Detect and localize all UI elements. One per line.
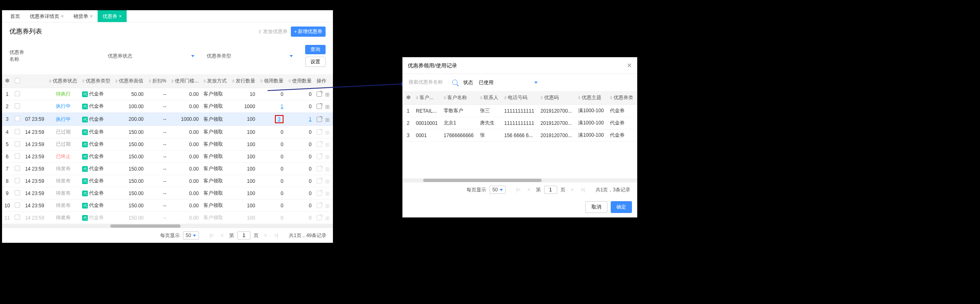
table-row[interactable]: 1014 23:59待发布代代金券150.00--0.00客户领取10000 — [2, 200, 333, 212]
scrollbar-thumb[interactable] — [110, 224, 181, 228]
share-icon[interactable] — [317, 191, 322, 196]
table-row[interactable]: 1待执行代代金券50.00--0.00客户领取1000 — [2, 88, 333, 100]
col-gear[interactable] — [403, 91, 413, 105]
horizontal-scrollbar[interactable] — [2, 224, 333, 228]
col-header[interactable]: 使用数量 — [286, 74, 314, 88]
prev-page-button[interactable]: < — [525, 186, 533, 193]
qr-icon[interactable] — [325, 215, 330, 220]
col-header[interactable]: 折扣% — [146, 74, 169, 88]
table-row[interactable]: 514 23:59已过期代代金券150.00--0.00客户领取10000 — [2, 138, 333, 151]
col-header[interactable]: 发放方式 — [201, 74, 229, 88]
last-page-button[interactable]: >| — [579, 186, 587, 193]
share-icon[interactable] — [317, 91, 322, 97]
claim-count-link[interactable]: 3 — [278, 116, 281, 122]
next-page-button[interactable]: > — [569, 186, 576, 193]
tab-2[interactable]: 销货单 — [69, 10, 98, 22]
table-row[interactable]: 3000117666666666张156 6666 6...2019120700… — [403, 129, 637, 142]
share-icon[interactable] — [317, 215, 322, 220]
first-page-button[interactable]: |< — [515, 186, 522, 193]
filter-name-input[interactable] — [29, 51, 96, 61]
first-page-button[interactable]: |< — [208, 232, 215, 239]
col-gear[interactable] — [2, 74, 12, 88]
table-row[interactable]: 2执行中代代金券100.00--0.00客户领取100010 — [2, 100, 333, 113]
col-header[interactable]: 客户... — [413, 91, 441, 105]
qr-icon[interactable] — [325, 129, 330, 135]
row-checkbox[interactable] — [12, 151, 22, 163]
col-header[interactable]: 客户名称 — [441, 91, 478, 105]
col-header[interactable]: 优惠券类 — [607, 91, 637, 105]
next-page-button[interactable]: > — [262, 232, 269, 239]
col-header[interactable]: 操作 — [314, 74, 333, 88]
row-checkbox[interactable] — [12, 187, 22, 200]
share-icon[interactable] — [317, 129, 322, 135]
horizontal-scrollbar[interactable] — [403, 178, 637, 182]
col-header[interactable]: 电话号码 — [502, 91, 538, 105]
table-row[interactable]: 1RETAIL...零散客户张三111111111112019120700...… — [403, 105, 637, 117]
row-checkbox[interactable] — [12, 113, 22, 126]
col-header[interactable]: 联系人 — [478, 91, 502, 105]
table-row[interactable]: 1114 23:59待发布代代金券150.00--0.00客户领取10000 — [2, 212, 333, 224]
col-header[interactable]: 优惠券类型 — [80, 74, 113, 88]
qr-icon[interactable] — [325, 178, 330, 184]
row-checkbox[interactable] — [12, 212, 22, 224]
table-row[interactable]: 714 23:59待发布代代金券150.00--0.00客户领取10000 — [2, 163, 333, 175]
col-header[interactable]: 优惠码 — [538, 91, 576, 105]
col-header[interactable]: 优惠主题 — [576, 91, 607, 105]
scrollbar-thumb[interactable] — [423, 179, 542, 182]
col-header[interactable]: 发行数量 — [230, 74, 258, 88]
filter-status-select[interactable] — [136, 55, 194, 57]
settings-button[interactable]: 设置 — [305, 57, 326, 67]
qr-icon[interactable] — [325, 142, 330, 147]
share-icon[interactable] — [317, 166, 322, 171]
per-page-select[interactable]: 50 — [489, 186, 505, 194]
qr-icon[interactable] — [325, 166, 330, 171]
add-coupon-button[interactable]: + 新增优惠券 — [291, 27, 326, 37]
search-button[interactable]: 查询 — [305, 45, 326, 54]
qr-icon[interactable] — [325, 104, 330, 109]
col-header[interactable]: 优惠券面值 — [113, 74, 146, 88]
share-icon[interactable] — [317, 104, 322, 109]
filter-type-select[interactable] — [234, 55, 293, 57]
qr-icon[interactable] — [325, 191, 330, 196]
qr-icon[interactable] — [325, 203, 330, 208]
col-header[interactable]: 优惠券状态 — [47, 74, 80, 88]
table-row[interactable]: 200010001北京1唐先生111111111112019120700...满… — [403, 117, 637, 129]
row-checkbox[interactable] — [12, 200, 22, 212]
row-checkbox[interactable] — [12, 126, 22, 138]
share-icon[interactable] — [317, 203, 322, 208]
share-icon[interactable] — [317, 142, 322, 147]
per-page-select[interactable]: 50 — [183, 231, 199, 240]
row-checkbox[interactable] — [12, 138, 22, 151]
page-input[interactable] — [544, 186, 557, 194]
table-row[interactable]: 814 23:59待发布代代金券150.00--0.00客户领取10000 — [2, 175, 333, 187]
share-icon[interactable] — [317, 117, 322, 122]
page-input[interactable] — [237, 231, 250, 240]
qr-icon[interactable] — [325, 117, 330, 122]
share-icon[interactable] — [317, 154, 322, 159]
ok-button[interactable]: 确定 — [611, 201, 632, 213]
qr-icon[interactable] — [325, 91, 330, 97]
row-checkbox[interactable] — [12, 163, 22, 175]
row-checkbox[interactable] — [12, 175, 22, 187]
table-row[interactable]: 914 23:59待发布代代金券150.00--0.00客户领取10000 — [2, 187, 333, 200]
tab-1[interactable]: 优惠券详情页 — [25, 10, 69, 22]
prev-page-button[interactable]: < — [219, 232, 226, 239]
last-page-button[interactable]: >| — [272, 232, 280, 239]
search-input-wrapper[interactable]: 搜索优惠券名称 — [409, 78, 458, 87]
distribute-link[interactable]: ⇪ 发放优惠券 — [258, 28, 288, 35]
tab-3[interactable]: 优惠券 — [98, 10, 127, 22]
tab-0[interactable]: 首页 — [5, 10, 25, 22]
table-row[interactable]: 414 23:59已过期代代金券150.00--0.00客户领取10000 — [2, 126, 333, 138]
table-row[interactable]: 614 23:59已终止代代金券150.00--0.00客户领取10000 — [2, 151, 333, 163]
col-header[interactable]: 使用门槛... — [169, 74, 201, 88]
qr-icon[interactable] — [325, 154, 330, 159]
close-icon[interactable]: ✕ — [627, 62, 632, 69]
col-header[interactable]: 领用数量 — [258, 74, 286, 88]
row-checkbox[interactable] — [12, 100, 22, 113]
cancel-button[interactable]: 取消 — [585, 201, 607, 213]
status-filter-select[interactable]: 已使用 — [479, 79, 538, 86]
row-checkbox[interactable] — [12, 88, 22, 100]
share-icon[interactable] — [317, 178, 322, 184]
claim-count-link[interactable]: 1 — [281, 104, 284, 109]
table-row[interactable]: 307 23:59执行中代代金券200.00--1000.00客户领取10031 — [2, 113, 333, 126]
